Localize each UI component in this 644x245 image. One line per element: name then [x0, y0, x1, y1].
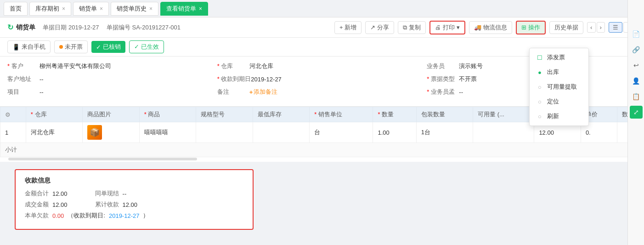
doc-number-field: 单据编号 SA-20191227-001: [107, 23, 181, 32]
doc-date-value: 2019-12-27: [68, 24, 99, 31]
tab-home[interactable]: 首页: [4, 2, 28, 16]
add-remark-btn[interactable]: 添加备注: [249, 88, 278, 96]
transaction-value: 12.00: [52, 201, 68, 208]
new-button[interactable]: + 新增: [334, 21, 362, 34]
from-phone-button[interactable]: 📱 来自手机: [7, 40, 51, 53]
phone-icon: 📱: [12, 44, 20, 51]
available-icon: ○: [536, 83, 543, 91]
not-open-label: 未开票: [65, 43, 83, 51]
cell-pack-qty: 1台: [416, 122, 473, 143]
menu-item-refresh[interactable]: ○ 刷新: [530, 109, 588, 124]
payment-box: 收款信息 金额合计 12.00 同单现结 -- 成交金额 12.00 累计收款 …: [15, 169, 254, 230]
tab-inventory[interactable]: 库存期初 ×: [29, 2, 71, 16]
tab-sales-history[interactable]: 销货单历史 ×: [111, 2, 158, 16]
sidebar-icon-2[interactable]: 🔗: [630, 43, 643, 56]
menu-item-available[interactable]: ○ 可用量提取: [530, 80, 588, 94]
cumulative-label: 累计收款: [95, 200, 119, 209]
warehouse-label: 仓库: [217, 62, 249, 70]
balance-note: （收款到期日:: [68, 211, 105, 220]
tab-sales-close[interactable]: ×: [100, 6, 103, 12]
operate-icon: ⊞: [521, 24, 526, 31]
gear-icon[interactable]: ⚙: [5, 111, 11, 118]
next-button[interactable]: ›: [597, 22, 605, 33]
transaction-label: 成交金额: [25, 200, 49, 209]
not-open-ticket-button[interactable]: 未开票: [54, 40, 88, 53]
add-invoice-label: 添发票: [547, 53, 565, 62]
check-icon: ✓: [96, 44, 101, 51]
sidebar-icon-expand[interactable]: ⤢: [630, 106, 643, 119]
from-phone-label: 来自手机: [22, 43, 45, 51]
payment-date-field: 收款到期日 2019-12-27: [217, 75, 427, 83]
tab-view-sales-label: 查看销货单: [166, 5, 196, 13]
refresh-label: 刷新: [547, 112, 559, 120]
doc-actions: + 新增 ↗ 分享 ⧉ 复制 🖨 打印 ▾ 🚚 物流信息 ⊞ 操作 历史单据 ‹…: [334, 21, 637, 34]
tab-bar: 首页 库存期初 × 销货单 × 销货单历史 × 查看销货单 × ×: [0, 0, 644, 17]
tab-view-sales[interactable]: 查看销货单 ×: [160, 2, 208, 16]
scroll-row: [0, 157, 644, 162]
check-button[interactable]: ✓ 已核销: [91, 41, 125, 53]
tab-inventory-close[interactable]: ×: [62, 6, 65, 12]
tab-sales[interactable]: 销货单 ×: [73, 2, 109, 16]
payment-row-3: 本单欠款 0.00 （收款到期日: 2019-12-27 ）: [25, 211, 243, 220]
product-image-icon: 📦: [90, 127, 100, 137]
balance-item: 本单欠款 0.00 （收款到期日: 2019-12-27 ）: [25, 211, 149, 220]
locate-label: 定位: [547, 97, 559, 106]
col-min-stock: 最低库存: [253, 107, 309, 122]
prev-button[interactable]: ‹: [587, 22, 595, 33]
h-scrollbar[interactable]: [8, 158, 197, 160]
payment-date-label: 收款到期日: [217, 75, 251, 83]
share-button[interactable]: ↗ 分享: [365, 21, 394, 34]
doc-title: ↻ 销货单: [7, 23, 35, 32]
cumulative-value: 12.00: [123, 201, 138, 208]
staff-label: 业务员: [427, 62, 459, 70]
product-image: 📦: [87, 125, 102, 140]
sidebar-icon-4[interactable]: 👤: [630, 74, 643, 87]
print-button[interactable]: 🖨 打印 ▾: [429, 21, 465, 34]
cell-product: 嘻嘻嘻嘻: [139, 122, 196, 143]
balance-label: 本单欠款: [25, 211, 49, 220]
menu-item-outbound[interactable]: ● 出库: [530, 65, 588, 80]
payment-section: 收款信息 金额合计 12.00 同单现结 -- 成交金额 12.00 累计收款 …: [0, 162, 644, 237]
doc-number-label: 单据编号: [107, 23, 130, 32]
col-warehouse-label: 仓库: [35, 111, 47, 118]
copy-label: 复制: [409, 23, 421, 32]
copy-button[interactable]: ⧉ 复制: [398, 21, 426, 34]
total-value: 12.00: [52, 190, 68, 197]
operate-label: 操作: [528, 23, 540, 32]
operate-button[interactable]: ⊞ 操作: [516, 21, 546, 34]
tab-sales-label: 销货单: [79, 5, 97, 13]
check-label: 已核销: [103, 43, 121, 51]
remark-field: 备注 添加备注: [217, 88, 427, 96]
cumulative-item: 累计收款 12.00: [95, 200, 138, 209]
project-label: 项目: [7, 88, 40, 96]
tab-sales-history-close[interactable]: ×: [149, 6, 153, 12]
settlement-label: 同单现结: [95, 189, 119, 198]
locate-icon: ○: [536, 98, 543, 105]
address-value: --: [40, 76, 44, 83]
col-pack-qty: 包装数量: [416, 107, 473, 122]
customer-field: 客户 柳州粤港平安气体有限公司: [7, 62, 217, 70]
history-button[interactable]: 历史单据: [549, 21, 583, 34]
menu-item-locate[interactable]: ○ 定位: [530, 94, 588, 109]
transaction-item: 成交金额 12.00: [25, 200, 68, 209]
effective-button[interactable]: ✓ 已生效: [129, 40, 164, 53]
list-view-button[interactable]: ☰: [609, 22, 622, 33]
tab-view-sales-close[interactable]: ×: [199, 6, 202, 12]
doc-meta: 单据日期 2019-12-27 单据编号 SA-20191227-001: [43, 23, 181, 32]
sidebar-icon-1[interactable]: 📄: [630, 28, 643, 40]
effective-label: 已生效: [141, 43, 159, 50]
share-icon: ↗: [370, 24, 375, 31]
cell-image: 📦: [83, 122, 139, 143]
payment-row-1: 金额合计 12.00 同单现结 --: [25, 189, 243, 198]
col-gear: ⚙: [0, 107, 26, 122]
menu-item-add-invoice[interactable]: ☐ 添发票: [530, 50, 588, 65]
sidebar-icon-3[interactable]: ↩: [630, 59, 643, 72]
outbound-label: 出库: [547, 68, 559, 76]
sidebar-icon-5[interactable]: 📋: [630, 90, 643, 103]
cell-quantity: 1.00: [373, 122, 416, 143]
logistics-button[interactable]: 🚚 物流信息: [469, 21, 512, 34]
tab-inventory-label: 库存期初: [35, 5, 59, 13]
ticket-type-label: 票据类型: [427, 75, 459, 83]
payment-row-2: 成交金额 12.00 累计收款 12.00: [25, 200, 243, 209]
add-invoice-icon: ☐: [536, 54, 543, 61]
